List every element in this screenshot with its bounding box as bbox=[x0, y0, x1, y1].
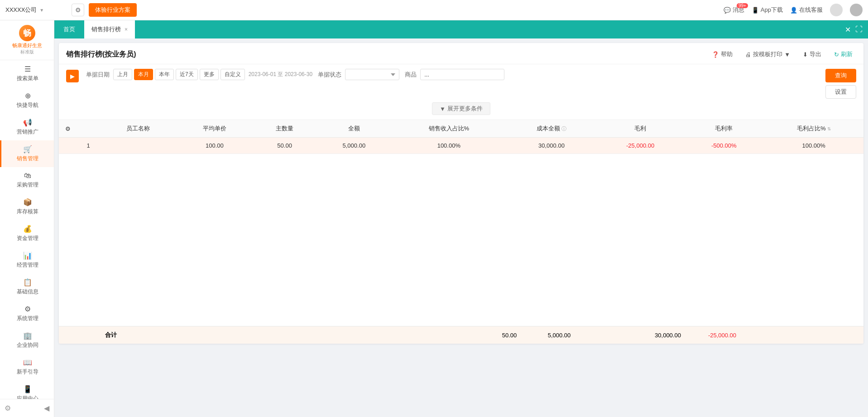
sidebar-item-label: 应用中心 bbox=[17, 395, 38, 399]
online-service-label: 在线客服 bbox=[799, 6, 823, 14]
print-icon: 🖨 bbox=[745, 51, 751, 58]
date-btn-more[interactable]: 更多 bbox=[200, 69, 219, 80]
column-settings-icon[interactable]: ⚙ bbox=[65, 125, 71, 132]
trial-button[interactable]: 体验行业方案 bbox=[89, 3, 137, 17]
company-selector[interactable]: XXXXX公司 ▼ bbox=[5, 6, 69, 14]
footer-cell-label: 合计 bbox=[105, 331, 441, 339]
date-btn-custom[interactable]: 自定义 bbox=[221, 69, 245, 80]
sidebar-item-enterprise[interactable]: 🏢 企业协同 bbox=[0, 327, 54, 354]
cell-settings bbox=[59, 138, 77, 154]
export-button[interactable]: ⬇ 导出 bbox=[799, 48, 825, 60]
th-gross-pct-label: 毛利占比% bbox=[797, 125, 826, 133]
th-settings[interactable]: ⚙ bbox=[59, 120, 77, 138]
enterprise-icon: 🏢 bbox=[23, 331, 32, 340]
sidebar-item-app-center[interactable]: 📱 应用中心 bbox=[0, 380, 54, 399]
print-chevron-icon: ▼ bbox=[784, 51, 790, 58]
page-actions: ❓ 帮助 🖨 按模板打印 ▼ ⬇ 导出 ↻ bbox=[708, 48, 856, 60]
tab-maximize-icon[interactable]: ⛶ bbox=[855, 25, 863, 34]
footer-cell-gross: -25,000.00 bbox=[695, 332, 749, 339]
sidebar-item-label: 搜索菜单 bbox=[17, 75, 38, 82]
sidebar-collapse-icon[interactable]: ◀ bbox=[44, 404, 49, 412]
sales-icon: 🛒 bbox=[23, 145, 32, 153]
table-header-row: ⚙ 员工名称 平均单价 主数量 bbox=[59, 120, 863, 138]
right-action-buttons: 查询 设置 bbox=[825, 69, 856, 99]
goods-input[interactable] bbox=[420, 69, 504, 80]
date-btn-7days[interactable]: 近7天 bbox=[176, 69, 198, 80]
cost-info-icon[interactable]: ⓘ bbox=[561, 125, 566, 132]
purchase-icon: 🛍 bbox=[24, 172, 31, 180]
sidebar-item-operations[interactable]: 📊 经营管理 bbox=[0, 247, 54, 273]
sidebar-item-sales[interactable]: 🛒 销售管理 bbox=[0, 140, 54, 167]
empty-area bbox=[59, 154, 863, 326]
tab-close-icon[interactable]: × bbox=[125, 26, 128, 33]
avatar[interactable] bbox=[830, 4, 843, 16]
footer-cell-cost: 30,000.00 bbox=[641, 332, 695, 339]
footer-row: 合计 50.00 5,000.00 30,000.00 -25,000.00 bbox=[64, 331, 858, 339]
th-gross-rate-label: 毛利率 bbox=[715, 125, 733, 132]
help-label: 帮助 bbox=[721, 50, 733, 58]
company-name: XXXXX公司 bbox=[5, 6, 37, 14]
cell-gross: -25,000.00 bbox=[597, 138, 684, 154]
sidebar-item-basic-info[interactable]: 📋 基础信息 bbox=[0, 273, 54, 300]
expand-chevron-icon: ▼ bbox=[440, 105, 446, 112]
basic-info-icon: 📋 bbox=[23, 278, 32, 287]
query-button[interactable]: 查询 bbox=[825, 69, 856, 82]
sidebar-settings-icon[interactable]: ⚙ bbox=[5, 404, 11, 412]
date-btn-last-month[interactable]: 上月 bbox=[113, 69, 132, 80]
sidebar-item-marketing[interactable]: 📢 营销推广 bbox=[0, 114, 54, 140]
message-button[interactable]: 💬 消息 99+ bbox=[724, 6, 744, 14]
quantity-value: 50.00 bbox=[277, 142, 292, 149]
table-row: 1 100.00 50.00 bbox=[59, 138, 863, 154]
refresh-label: 刷新 bbox=[841, 50, 853, 58]
sidebar-item-guide[interactable]: 📖 新手引导 bbox=[0, 354, 54, 380]
refresh-button[interactable]: ↻ 刷新 bbox=[830, 48, 856, 60]
help-button[interactable]: ❓ 帮助 bbox=[708, 48, 736, 60]
sidebar-item-finance[interactable]: 💰 资金管理 bbox=[0, 220, 54, 247]
sidebar-item-label: 企业协同 bbox=[17, 341, 38, 349]
gross-rate-value: -500.00% bbox=[711, 142, 737, 149]
sidebar-item-inventory[interactable]: 📦 库存核算 bbox=[0, 193, 54, 220]
logo-sub: 标准版 bbox=[20, 49, 34, 55]
logo-char: 畅 bbox=[23, 28, 31, 38]
sidebar-item-label: 新手引导 bbox=[17, 368, 38, 376]
tab-close-window-icon[interactable]: ✕ bbox=[845, 25, 851, 34]
gross-pct-sort-icon[interactable]: ⇅ bbox=[827, 126, 831, 131]
user-menu[interactable] bbox=[850, 4, 863, 16]
settings-button[interactable]: 设置 bbox=[825, 85, 856, 99]
date-btn-this-year[interactable]: 本年 bbox=[155, 69, 174, 80]
cell-employee-name bbox=[100, 138, 176, 154]
sidebar-item-system[interactable]: ⚙ 系统管理 bbox=[0, 300, 54, 327]
finance-icon: 💰 bbox=[23, 225, 32, 233]
th-employee-label: 员工名称 bbox=[126, 125, 150, 132]
date-btn-this-month[interactable]: 本月 bbox=[134, 69, 153, 80]
logo-icon: 畅 bbox=[19, 25, 35, 41]
sidebar-item-quick-nav[interactable]: ⊕ 快捷导航 bbox=[0, 87, 54, 114]
sales-pct-value: 100.00% bbox=[437, 142, 460, 149]
filter-row: ▶ 单据日期 上月 本月 本年 近7天 更 bbox=[66, 69, 856, 99]
export-label: 导出 bbox=[810, 50, 821, 58]
cell-cost: 30,000.00 bbox=[506, 138, 597, 154]
date-buttons: 上月 本月 本年 近7天 更多 自定义 bbox=[113, 69, 245, 80]
app-download-button[interactable]: 📱 App下载 bbox=[752, 6, 783, 14]
expand-conditions-button[interactable]: ▼ 展开更多条件 bbox=[432, 102, 490, 115]
top-header: XXXXX公司 ▼ ⚙ 体验行业方案 💬 消息 99+ 📱 App下载 👤 在线… bbox=[0, 0, 868, 20]
settings-icon[interactable]: ⚙ bbox=[72, 4, 84, 16]
goods-filter-group: 商品 bbox=[405, 69, 504, 80]
filter-toggle-button[interactable]: ▶ bbox=[66, 70, 79, 82]
tab-home[interactable]: 首页 bbox=[54, 20, 84, 38]
filter-area: ▶ 单据日期 上月 本月 本年 近7天 更 bbox=[59, 64, 863, 120]
sidebar-item-label: 资金管理 bbox=[17, 235, 38, 242]
footer-cell-quantity: 50.00 bbox=[487, 332, 532, 339]
tab-sales-ranking[interactable]: 销售排行榜 × bbox=[84, 20, 135, 38]
page-inner: 销售排行榜(按业务员) ❓ 帮助 🖨 按模板打印 ▼ ⬇ bbox=[59, 43, 863, 344]
print-button[interactable]: 🖨 按模板打印 ▼ bbox=[742, 48, 794, 60]
search-order-icon: ☰ bbox=[24, 65, 31, 73]
expand-bar: ▼ 展开更多条件 bbox=[66, 102, 856, 115]
sidebar-logo: 畅 畅康通好生意 标准版 bbox=[0, 20, 54, 60]
sidebar-nav: ☰ 搜索菜单 ⊕ 快捷导航 📢 营销推广 🛒 销售管理 🛍 采购管理 📦 库 bbox=[0, 60, 54, 399]
online-service-button[interactable]: 👤 在线客服 bbox=[790, 6, 823, 14]
sidebar-item-search-order[interactable]: ☰ 搜索菜单 bbox=[0, 60, 54, 87]
sidebar-item-purchase[interactable]: 🛍 采购管理 bbox=[0, 167, 54, 193]
th-gross: 毛利 bbox=[597, 120, 684, 138]
status-select[interactable] bbox=[345, 69, 399, 80]
